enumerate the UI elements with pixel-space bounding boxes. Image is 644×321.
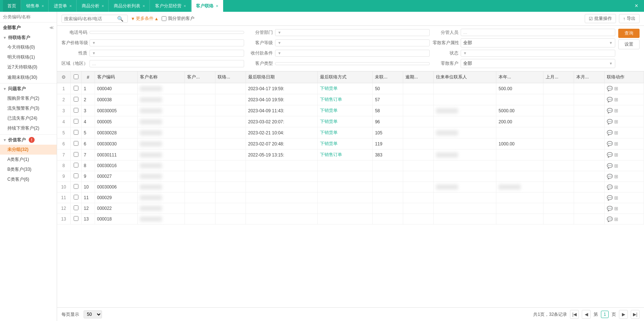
search-submit-icon[interactable]: 🔍 (117, 16, 123, 22)
overdue-column-header[interactable]: 逾期... (403, 71, 434, 83)
phone-input[interactable] (89, 31, 244, 34)
cell-checkbox[interactable] (70, 138, 81, 149)
sidebar-problem-group[interactable]: ▼ 问题客户 (0, 84, 57, 94)
row-checkbox[interactable] (74, 97, 78, 102)
my-customers-checkbox[interactable] (162, 16, 166, 21)
row-checkbox[interactable] (74, 119, 78, 124)
last-month-column-header[interactable]: 上月... (543, 71, 574, 83)
grid-action-icon[interactable]: ⊞ (614, 108, 618, 113)
customer-type-input[interactable] (275, 62, 430, 65)
cell-checkbox[interactable] (70, 214, 81, 225)
row-checkbox[interactable] (74, 152, 78, 157)
close-analysis-tab[interactable]: × (102, 4, 104, 8)
prev-page-btn[interactable]: ◀ (582, 310, 591, 319)
sidebar-item-lost[interactable]: 已流失客户(24) (0, 113, 57, 123)
chat-action-icon[interactable]: 💬 (607, 130, 613, 135)
sidebar-all-customers[interactable]: 全部客户 ≪ (0, 22, 57, 33)
row-checkbox[interactable] (74, 108, 78, 113)
first-page-btn[interactable]: |◀ (570, 310, 579, 319)
close-sale-tab[interactable]: × (42, 4, 44, 8)
close-customer-layer-tab[interactable]: × (184, 4, 186, 8)
grid-action-icon[interactable]: ⊞ (614, 152, 618, 158)
grid-action-icon[interactable]: ⊞ (614, 216, 618, 222)
export-btn[interactable]: ↑ 导出 (619, 14, 640, 23)
tab-customer-layer[interactable]: 客户分层经营 × (151, 0, 191, 12)
row-checkbox[interactable] (74, 205, 78, 210)
grid-action-icon[interactable]: ⊞ (614, 130, 618, 135)
batch-operations-btn[interactable]: ☑ 批量操作 (585, 14, 616, 23)
sidebar-item-ungroup[interactable]: 未分组(32) (0, 145, 57, 155)
sidebar-item-abnormal[interactable]: 囤购异常客户(2) (0, 94, 57, 103)
chat-action-icon[interactable]: 💬 (607, 97, 613, 102)
last-page-btn[interactable]: ▶| (631, 310, 640, 319)
query-button[interactable]: 查询 (618, 29, 640, 38)
chat-action-icon[interactable]: 💬 (607, 119, 613, 124)
tab-analysis[interactable]: 商品分析 × (77, 0, 109, 12)
cell-checkbox[interactable] (70, 193, 81, 203)
window-close-button[interactable]: × (632, 3, 641, 9)
cell-checkbox[interactable] (70, 105, 81, 116)
chat-action-icon[interactable]: 💬 (607, 141, 613, 147)
cell-checkbox[interactable] (70, 94, 81, 105)
chat-action-icon[interactable]: 💬 (607, 206, 613, 211)
grid-action-icon[interactable]: ⊞ (614, 141, 618, 147)
grid-action-icon[interactable]: ⊞ (614, 97, 618, 102)
contact-method-link[interactable]: 下销售订单 (320, 152, 342, 157)
cell-checkbox[interactable] (70, 171, 81, 182)
name-column-header[interactable]: 客户名称 (138, 71, 185, 83)
chat-action-icon[interactable]: 💬 (607, 195, 613, 201)
contact-person-column-header[interactable]: 往来单位联系人 (433, 71, 496, 83)
grid-action-icon[interactable]: ⊞ (614, 206, 618, 211)
status-input[interactable]: ▼ (461, 50, 615, 57)
payment-input[interactable]: ▼ (275, 50, 430, 57)
cell-checkbox[interactable] (70, 83, 81, 94)
contact-method-link[interactable]: 下销货单 (320, 86, 338, 91)
price-level-input[interactable]: ▼ (89, 39, 244, 46)
next-page-btn[interactable]: ▶ (619, 310, 628, 319)
row-checkbox[interactable] (74, 86, 78, 91)
contact-method-link[interactable]: 下销货单 (320, 119, 338, 124)
row-checkbox[interactable] (74, 173, 78, 178)
close-purchase-tab[interactable]: × (69, 4, 71, 8)
close-customer-contact-tab[interactable]: × (216, 4, 218, 8)
uncontacted-column-header[interactable]: 未联... (373, 71, 403, 83)
tab-sale[interactable]: 销售单 × (22, 0, 49, 12)
sidebar-item-overdue-pending[interactable]: 逾期未联络(30) (0, 73, 57, 82)
chat-action-icon[interactable]: 💬 (607, 152, 613, 158)
row-checkbox[interactable] (74, 184, 78, 189)
contact-method-link[interactable]: 下销货单 (320, 130, 338, 135)
staff-input[interactable]: … (461, 29, 615, 36)
sidebar-item-warning[interactable]: 流失预警客户(3) (0, 103, 57, 113)
tab-home[interactable]: 首页 (3, 0, 21, 12)
cell-checkbox[interactable] (70, 127, 81, 138)
tab-customer-contact[interactable]: 客户联络 × (191, 0, 223, 12)
contact-info-column-header[interactable]: 联络... (215, 71, 246, 83)
last-contact-date-column-header[interactable]: 最后联络日期 (246, 71, 317, 83)
chat-action-icon[interactable]: 💬 (607, 86, 613, 91)
contact-method-link[interactable]: 下销售订单 (320, 97, 342, 102)
chat-action-icon[interactable]: 💬 (607, 108, 613, 113)
grid-action-icon[interactable]: ⊞ (614, 184, 618, 190)
per-page-select[interactable]: 50 100 200 (84, 310, 102, 318)
dept-input[interactable]: ▼ (275, 29, 430, 36)
my-customers-checkbox-label[interactable]: 我分管的客户 (162, 15, 194, 22)
sidebar-item-declining[interactable]: 持续下滑客户(2) (0, 123, 57, 133)
sidebar-pending-group[interactable]: ▼ 待联络客户 (0, 33, 57, 42)
tab-purchase[interactable]: 进货单 × (49, 0, 76, 12)
chat-action-icon[interactable]: 💬 (607, 184, 613, 190)
sidebar-value-group[interactable]: ▼ 价值客户 ! (0, 135, 57, 145)
cell-checkbox[interactable] (70, 203, 81, 214)
chat-action-icon[interactable]: 💬 (607, 163, 613, 169)
sidebar-item-today-pending[interactable]: 今天待联络(0) (0, 42, 57, 52)
cell-checkbox[interactable] (70, 149, 81, 160)
more-conditions-btn[interactable]: ▼ 更多条件 ▲ (131, 15, 159, 22)
row-checkbox[interactable] (74, 195, 78, 200)
grid-action-icon[interactable]: ⊞ (614, 174, 618, 179)
gear-icon[interactable]: ⚙ (61, 74, 66, 80)
chat-action-icon[interactable]: 💬 (607, 216, 613, 222)
gear-column-header[interactable]: ⚙ (57, 71, 70, 83)
tab-analysis-list[interactable]: 商品分析列表 × (109, 0, 149, 12)
code-column-header[interactable]: 客户编码 (95, 71, 138, 83)
this-month-column-header[interactable]: 本月... (574, 71, 605, 83)
grid-action-icon[interactable]: ⊞ (614, 86, 618, 91)
